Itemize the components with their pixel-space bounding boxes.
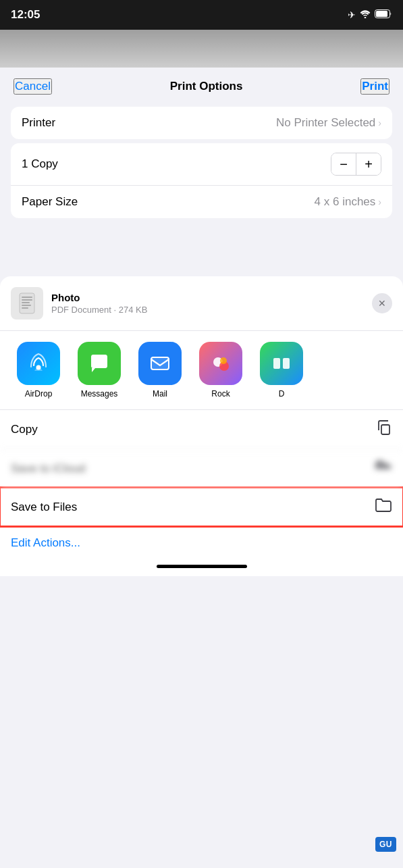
share-sheet: Photo PDF Document · 274 KB ✕ AirDrop <box>0 276 403 576</box>
decrement-button[interactable]: − <box>331 153 356 175</box>
copy-stepper[interactable]: − + <box>331 153 381 176</box>
file-info: Photo PDF Document · 274 KB <box>51 292 147 315</box>
copy-icon <box>376 419 392 440</box>
paper-size-label: Paper Size <box>22 195 78 209</box>
status-icons: ✈ <box>348 9 392 20</box>
svg-rect-16 <box>283 358 290 369</box>
app-item-mail[interactable]: Mail <box>130 342 190 399</box>
file-thumbnail <box>11 287 43 320</box>
copy-label: 1 Copy <box>22 157 58 171</box>
print-header: Cancel Print Options Print <box>0 68 403 103</box>
mail-label: Mail <box>153 389 167 399</box>
printer-value: No Printer Selected › <box>276 116 381 130</box>
folder-icon <box>375 498 392 517</box>
airdrop-icon <box>17 342 60 385</box>
svg-rect-15 <box>273 358 280 369</box>
copy-action-row[interactable]: Copy <box>0 410 403 449</box>
file-name: Photo <box>51 292 147 303</box>
file-preview-left: Photo PDF Document · 274 KB <box>11 287 147 320</box>
save-to-files-row[interactable]: Save to Files <box>0 488 403 526</box>
more-icon <box>260 342 303 385</box>
close-button[interactable]: ✕ <box>372 293 392 313</box>
chevron-right-icon: › <box>378 118 381 128</box>
page-title: Print Options <box>170 80 243 93</box>
mail-icon <box>138 342 182 385</box>
chevron-right-icon: › <box>378 197 381 207</box>
file-preview-row: Photo PDF Document · 274 KB ✕ <box>0 276 403 331</box>
copy-row: 1 Copy − + <box>11 143 392 185</box>
svg-point-14 <box>220 357 227 364</box>
copy-papersize-card: 1 Copy − + Paper Size 4 x 6 inches › <box>11 143 392 218</box>
svg-point-0 <box>365 17 367 18</box>
more-label: D <box>279 389 285 399</box>
printer-card: Printer No Printer Selected › <box>11 107 392 139</box>
edit-actions-row: Edit Actions... <box>0 526 403 559</box>
svg-rect-7 <box>22 305 31 306</box>
status-bar: 12:05 ✈ <box>0 0 403 30</box>
battery-icon <box>375 9 392 20</box>
rock-label: Rock <box>211 389 230 399</box>
icloud-icon <box>375 459 392 478</box>
printer-row[interactable]: Printer No Printer Selected › <box>11 107 392 139</box>
file-meta: PDF Document · 274 KB <box>51 305 147 315</box>
screenshot-background <box>0 30 403 68</box>
svg-rect-6 <box>22 302 30 303</box>
print-button[interactable]: Print <box>360 78 389 95</box>
home-indicator <box>157 565 247 568</box>
app-item-rock[interactable]: Rock <box>190 342 251 399</box>
airdrop-label: AirDrop <box>25 389 53 399</box>
messages-label: Messages <box>81 389 118 399</box>
svg-rect-5 <box>22 299 32 301</box>
save-to-files-label: Save to Files <box>11 501 77 514</box>
watermark: GU <box>375 837 396 852</box>
print-panel: Cancel Print Options Print Printer No Pr… <box>0 68 403 276</box>
save-to-icloud-label: Save to iCloud <box>11 462 86 476</box>
gray-spacer <box>0 222 403 276</box>
svg-rect-10 <box>151 357 169 369</box>
cancel-button[interactable]: Cancel <box>14 78 52 95</box>
wifi-icon <box>360 9 371 20</box>
svg-rect-8 <box>22 307 28 309</box>
messages-icon <box>78 342 121 385</box>
svg-rect-2 <box>376 11 387 17</box>
app-item-airdrop[interactable]: AirDrop <box>8 342 69 399</box>
copy-action-label: Copy <box>11 423 38 436</box>
status-time: 12:05 <box>11 8 40 22</box>
edit-actions-link[interactable]: Edit Actions... <box>11 536 80 549</box>
paper-size-value: 4 x 6 inches › <box>315 195 381 209</box>
svg-rect-17 <box>381 425 389 434</box>
action-rows: Copy Save to iCloud Save to Files <box>0 410 403 559</box>
increment-button[interactable]: + <box>356 153 381 175</box>
svg-rect-4 <box>22 297 32 298</box>
paper-size-row[interactable]: Paper Size 4 x 6 inches › <box>11 185 392 218</box>
home-indicator-area <box>0 559 403 576</box>
save-to-icloud-row[interactable]: Save to iCloud <box>0 449 403 488</box>
app-item-more[interactable]: D <box>251 342 312 399</box>
printer-label: Printer <box>22 116 55 130</box>
apps-row: AirDrop Messages Mail <box>0 331 403 410</box>
rock-icon <box>199 342 242 385</box>
airplane-icon: ✈ <box>348 9 356 20</box>
app-item-messages[interactable]: Messages <box>69 342 130 399</box>
